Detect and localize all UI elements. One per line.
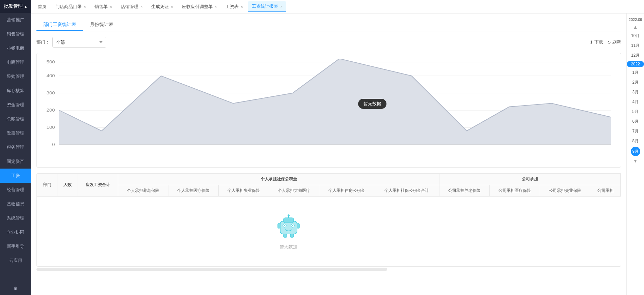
chart-area: 0 100 200 300 400 500 <box>36 53 621 168</box>
sidebar-item-销售管理[interactable]: 销售管理 <box>0 27 31 41</box>
col-company-more: 公司承担 <box>590 185 621 197</box>
svg-marker-12 <box>59 59 611 145</box>
sidebar-item-发票管理[interactable]: 发票管理 <box>0 126 31 140</box>
svg-text:400: 400 <box>47 73 55 78</box>
sidebar-item-资金管理[interactable]: 资金管理 <box>0 98 31 112</box>
tab-label: 工资表 <box>225 4 239 10</box>
date-nav-up[interactable]: ▲ <box>632 23 639 31</box>
sidebar-title: 批发管理 <box>4 3 23 9</box>
download-button[interactable]: ⬇ 下载 <box>589 39 603 45</box>
sidebar-item-税务管理[interactable]: 税务管理 <box>0 140 31 154</box>
date-year-label[interactable]: 2022.09 <box>628 16 643 23</box>
sidebar-item-库存核算[interactable]: 库存核算 <box>0 84 31 98</box>
refresh-icon: ↻ <box>607 40 611 45</box>
dept-select[interactable]: 全部 <box>52 37 106 48</box>
tab-label: 店铺管理 <box>121 4 138 10</box>
svg-point-20 <box>284 225 285 226</box>
svg-text:100: 100 <box>47 125 55 129</box>
date-nav-down[interactable]: ▼ <box>632 157 639 165</box>
dept-filter: 部门： 全部 <box>36 37 106 48</box>
tab-close-icon[interactable]: × <box>140 5 142 9</box>
sidebar-item-企业协同[interactable]: 企业协同 <box>0 225 31 239</box>
date-month-11月[interactable]: 11月 <box>627 41 644 51</box>
svg-text:200: 200 <box>47 108 55 112</box>
sidebar-header[interactable]: 批发管理 ▲ <box>0 0 31 13</box>
date-month-8月[interactable]: 8月 <box>627 136 644 146</box>
tab-label: 销售单 <box>95 4 108 10</box>
col-group-company: 公司承担 <box>439 174 621 185</box>
sidebar-item-小畅电商[interactable]: 小畅电商 <box>0 41 31 55</box>
sidebar-item-总账管理[interactable]: 总账管理 <box>0 112 31 126</box>
empty-state-cell: 暂无数据 <box>37 197 540 266</box>
sidebar-item-电商管理[interactable]: 电商管理 <box>0 55 31 69</box>
sidebar-item-营销推广[interactable]: 营销推广 <box>0 13 31 27</box>
col-personal-housing: 个人承担住房公积金 <box>319 185 374 197</box>
tab-工资表[interactable]: 工资表× <box>221 1 247 12</box>
empty-state: 暂无数据 <box>41 199 536 263</box>
col-total: 应发工资合计 <box>78 174 118 197</box>
empty-text: 暂无数据 <box>280 244 297 250</box>
col-group-personal: 个人承担社保公积金 <box>118 174 439 185</box>
date-month-4月[interactable]: 4月 <box>627 97 644 107</box>
col-personal-medical: 个人承担医疗保险 <box>168 185 218 197</box>
sidebar-item-经营管理[interactable]: 经营管理 <box>0 183 31 197</box>
gear-icon: ⚙ <box>14 286 18 291</box>
date-month-5月[interactable]: 5月 <box>627 107 644 117</box>
date-month-2月[interactable]: 2月 <box>627 78 644 87</box>
sidebar-item-基础信息[interactable]: 基础信息 <box>0 197 31 211</box>
col-company-unemployment: 公司承担失业保险 <box>540 185 590 197</box>
tab-店铺管理[interactable]: 店铺管理× <box>117 1 146 12</box>
tab-close-icon[interactable]: × <box>84 5 86 9</box>
date-month-3月[interactable]: 3月 <box>627 87 644 97</box>
tab-close-icon[interactable]: × <box>110 5 112 9</box>
chart-tooltip: 暂无数据 <box>358 99 386 109</box>
tab-门店商品目录[interactable]: 门店商品目录× <box>51 1 90 12</box>
table-container: 部门 人数 应发工资合计 个人承担社保公积金 公司承担 个人承担养老保险 个人承… <box>36 173 621 267</box>
tab-label: 首页 <box>38 4 47 10</box>
col-personal-pension: 个人承担养老保险 <box>118 185 168 197</box>
sidebar-footer-settings[interactable]: ⚙ <box>0 282 31 295</box>
inner-page: 部门工资统计表月份统计表 部门： 全部 ⬇ 下载 <box>31 13 626 295</box>
content-area: 部门工资统计表月份统计表 部门： 全部 ⬇ 下载 <box>31 13 644 295</box>
date-year-marker[interactable]: 2022 <box>627 61 644 67</box>
tab-首页[interactable]: 首页 <box>34 1 51 12</box>
col-personal-unemployment: 个人承担失业保险 <box>218 185 269 197</box>
tab-工资统计报表[interactable]: 工资统计报表× <box>248 1 286 12</box>
data-table: 部门 人数 应发工资合计 个人承担社保公积金 公司承担 个人承担养老保险 个人承… <box>37 173 621 266</box>
sub-tab-部门工资统计表[interactable]: 部门工资统计表 <box>36 19 83 31</box>
svg-rect-22 <box>278 224 280 228</box>
date-month-12月[interactable]: 12月 <box>627 51 644 60</box>
sidebar-item-新手引导[interactable]: 新手引导 <box>0 239 31 254</box>
svg-point-21 <box>292 225 293 226</box>
col-company-pension: 公司承担养老保险 <box>439 185 490 197</box>
sidebar-item-工资[interactable]: 工资 <box>0 169 31 183</box>
sidebar-arrow-icon: ▲ <box>24 5 27 8</box>
sidebar-item-采购管理[interactable]: 采购管理 <box>0 69 31 84</box>
date-month-10月[interactable]: 10月 <box>627 31 644 41</box>
tab-应收应付调整单[interactable]: 应收应付调整单× <box>178 1 221 12</box>
tab-bar: 首页门店商品目录×销售单×店铺管理×生成凭证×应收应付调整单×工资表×工资统计报… <box>31 0 644 13</box>
col-personal-big-medical: 个人承担大额医疗 <box>269 185 319 197</box>
tab-生成凭证[interactable]: 生成凭证× <box>147 1 177 12</box>
sidebar-item-固定资产[interactable]: 固定资产 <box>0 154 31 169</box>
sub-tab-月份统计表[interactable]: 月份统计表 <box>83 19 120 31</box>
scroll-indicator[interactable] <box>36 268 387 271</box>
tab-close-icon[interactable]: × <box>215 5 217 9</box>
tab-close-icon[interactable]: × <box>241 5 243 9</box>
page-content: 部门工资统计表月份统计表 部门： 全部 ⬇ 下载 <box>31 13 626 295</box>
date-month-6月[interactable]: 6月 <box>627 117 644 126</box>
date-month-1月[interactable]: 1月 <box>627 68 644 78</box>
sidebar: 批发管理 ▲ 营销推广销售管理小畅电商电商管理采购管理库存核算资金管理总账管理发… <box>0 0 31 295</box>
date-month-7月[interactable]: 7月 <box>627 126 644 136</box>
tab-销售单[interactable]: 销售单× <box>90 1 116 12</box>
refresh-button[interactable]: ↻ 刷新 <box>607 39 621 45</box>
main-area: 首页门店商品目录×销售单×店铺管理×生成凭证×应收应付调整单×工资表×工资统计报… <box>31 0 644 295</box>
tab-close-icon[interactable]: × <box>280 4 282 8</box>
empty-icon <box>275 213 302 240</box>
col-count: 人数 <box>57 174 78 197</box>
date-month-active[interactable]: 9月 <box>631 147 640 156</box>
sidebar-item-云应用[interactable]: 云应用 <box>0 254 31 268</box>
sidebar-item-系统管理[interactable]: 系统管理 <box>0 211 31 225</box>
chart-svg: 0 100 200 300 400 500 <box>42 59 615 162</box>
tab-close-icon[interactable]: × <box>171 5 173 9</box>
